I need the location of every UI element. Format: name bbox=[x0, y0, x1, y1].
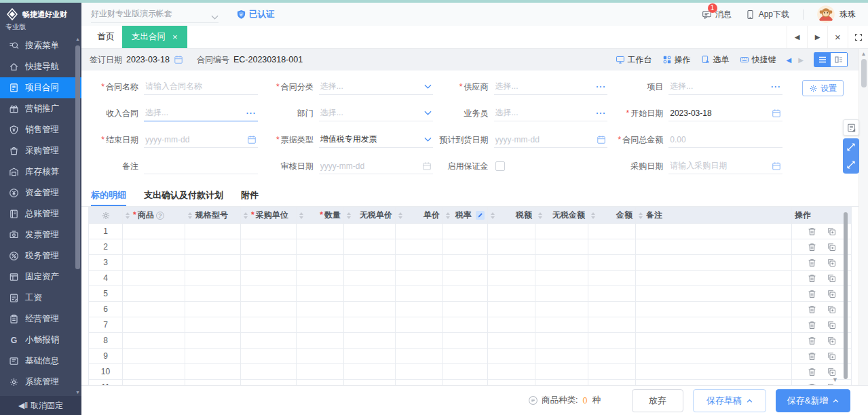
ellipsis-picker-icon[interactable]: ··· bbox=[596, 82, 606, 92]
end-date-input[interactable]: yyyy-mm-dd bbox=[144, 132, 258, 148]
table-cell[interactable] bbox=[241, 317, 297, 333]
table-cell[interactable] bbox=[185, 317, 241, 333]
table-cell[interactable] bbox=[636, 239, 792, 255]
calendar-icon[interactable] bbox=[247, 135, 257, 144]
table-cell[interactable] bbox=[344, 364, 396, 380]
gear-icon[interactable] bbox=[101, 211, 111, 220]
table-cell[interactable] bbox=[297, 286, 344, 302]
sidebar-item-14[interactable]: G小畅报销 bbox=[0, 330, 81, 351]
table-cell[interactable] bbox=[185, 286, 241, 302]
table-cell[interactable] bbox=[588, 286, 636, 302]
table-cell[interactable] bbox=[344, 302, 396, 317]
project-input[interactable]: 选择...··· bbox=[668, 79, 782, 95]
invoice-type-input[interactable]: 增值税专用发票 bbox=[319, 132, 433, 148]
sidebar-scrollbar[interactable]: ▲ ▼ bbox=[75, 37, 81, 395]
col-purchase-unit[interactable]: *采购单位 bbox=[241, 208, 297, 224]
table-cell[interactable] bbox=[185, 349, 241, 364]
form-view-icon[interactable] bbox=[831, 53, 847, 66]
detail-tab-0[interactable]: 标的明细 bbox=[91, 184, 126, 206]
trash-icon[interactable] bbox=[807, 367, 817, 377]
sort-icon[interactable] bbox=[347, 212, 352, 219]
table-cell[interactable] bbox=[297, 302, 344, 317]
sort-icon[interactable] bbox=[491, 212, 496, 219]
department-input[interactable]: 选择... bbox=[319, 105, 433, 121]
table-cell[interactable] bbox=[535, 224, 588, 239]
table-cell[interactable] bbox=[241, 349, 297, 364]
sidebar-item-8[interactable]: 总账管理 bbox=[0, 203, 81, 224]
sort-icon[interactable] bbox=[398, 212, 404, 219]
col-amount[interactable]: 金额 bbox=[588, 208, 636, 224]
col-tax-rate[interactable]: 税率 bbox=[443, 208, 488, 224]
app-download-button[interactable]: App下载 bbox=[745, 9, 789, 20]
table-cell[interactable] bbox=[123, 271, 185, 286]
sidebar-item-13[interactable]: 经营管理 bbox=[0, 309, 81, 330]
table-cell[interactable] bbox=[123, 364, 185, 380]
table-cell[interactable] bbox=[241, 302, 297, 317]
account-set-select[interactable]: 好业财专业版演示帐套 bbox=[91, 5, 219, 23]
table-cell[interactable] bbox=[241, 239, 297, 255]
tab-home[interactable]: 首页 bbox=[90, 26, 122, 48]
sidebar-item-10[interactable]: 税务管理 bbox=[0, 245, 81, 266]
trash-icon[interactable] bbox=[807, 320, 817, 330]
table-cell[interactable] bbox=[185, 239, 241, 255]
calendar-icon[interactable] bbox=[772, 161, 781, 171]
table-cell[interactable] bbox=[396, 380, 443, 386]
table-cell[interactable] bbox=[588, 302, 636, 317]
enable-deposit-input[interactable] bbox=[494, 158, 608, 174]
salesman-input[interactable]: 选择...··· bbox=[494, 105, 608, 121]
table-cell[interactable] bbox=[297, 317, 344, 333]
sidebar-item-12[interactable]: 工资 bbox=[0, 288, 81, 309]
table-cell[interactable] bbox=[636, 286, 792, 302]
chevron-down-icon[interactable] bbox=[424, 84, 432, 89]
sort-icon[interactable] bbox=[299, 212, 305, 219]
table-cell[interactable] bbox=[535, 302, 588, 317]
detail-tab-1[interactable]: 支出确认及付款计划 bbox=[144, 184, 223, 206]
table-cell[interactable] bbox=[488, 271, 535, 286]
table-cell[interactable] bbox=[535, 317, 588, 333]
sidebar-item-2[interactable]: 项目合同 bbox=[0, 77, 81, 98]
save-new-button[interactable]: 保存&新增 bbox=[776, 389, 850, 412]
table-cell[interactable] bbox=[396, 286, 443, 302]
table-scroll-thumb[interactable] bbox=[844, 212, 848, 379]
tabs-close-icon[interactable]: × bbox=[827, 26, 848, 48]
purchase-date-input[interactable]: 请输入采购日期 bbox=[668, 158, 782, 174]
expected-arrival-date-input[interactable]: yyyy-mm-dd bbox=[494, 132, 608, 148]
contract-total-input[interactable]: 0.00 bbox=[668, 132, 782, 148]
table-cell[interactable] bbox=[344, 333, 396, 349]
table-cell[interactable] bbox=[535, 271, 588, 286]
save-draft-button[interactable]: 保存草稿 bbox=[693, 389, 766, 412]
table-cell[interactable] bbox=[297, 349, 344, 364]
chevron-down-icon[interactable] bbox=[424, 137, 432, 142]
table-cell[interactable] bbox=[488, 239, 535, 255]
audit-date-input[interactable]: yyyy-mm-dd bbox=[319, 158, 433, 174]
scroll-up-icon[interactable]: ▲ bbox=[859, 51, 868, 57]
table-cell[interactable] bbox=[588, 349, 636, 364]
table-cell[interactable] bbox=[396, 333, 443, 349]
table-cell[interactable] bbox=[297, 333, 344, 349]
sort-icon[interactable] bbox=[446, 212, 451, 219]
table-cell[interactable] bbox=[636, 317, 792, 333]
sort-icon[interactable] bbox=[639, 212, 644, 219]
table-cell[interactable] bbox=[297, 224, 344, 239]
sort-icon[interactable] bbox=[538, 212, 544, 219]
tab-scroll-left-icon[interactable]: ◀ bbox=[787, 26, 807, 48]
table-cell[interactable] bbox=[123, 333, 185, 349]
table-cell[interactable] bbox=[241, 255, 297, 271]
table-cell[interactable] bbox=[185, 271, 241, 286]
table-cell[interactable] bbox=[535, 364, 588, 380]
sidebar-item-7[interactable]: 资金管理 bbox=[0, 182, 81, 203]
sort-icon[interactable] bbox=[188, 212, 193, 219]
table-cell[interactable] bbox=[344, 239, 396, 255]
messages-button[interactable]: 消息 1 bbox=[702, 9, 732, 20]
user-menu[interactable]: 珠珠 bbox=[817, 5, 856, 23]
scroll-up-icon[interactable]: ▲ bbox=[75, 37, 81, 41]
table-cell[interactable] bbox=[123, 302, 185, 317]
toolbar-item-0[interactable]: 快捷键 bbox=[740, 54, 776, 66]
table-cell[interactable] bbox=[241, 380, 297, 386]
table-cell[interactable] bbox=[488, 286, 535, 302]
table-cell[interactable] bbox=[588, 333, 636, 349]
table-cell[interactable] bbox=[488, 255, 535, 271]
table-cell[interactable] bbox=[588, 271, 636, 286]
sidebar-item-0[interactable]: 搜索菜单 bbox=[0, 35, 81, 56]
table-cell[interactable] bbox=[443, 302, 488, 317]
